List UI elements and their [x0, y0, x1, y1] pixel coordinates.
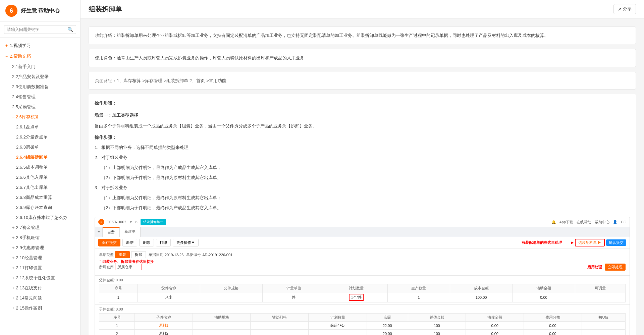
ss-top-col-6: 成本金额: [450, 284, 512, 292]
ss-no-group: 单据编号 AD-20191226-001: [186, 252, 232, 257]
ss-tabs-space: [141, 227, 630, 237]
ss-top-cell-0-3: 件: [263, 292, 325, 302]
ss-top-table: 序号 父件名称 父件规格 计量单位 计划数量 生产数量 成本金额 辅助金额 可调…: [99, 284, 626, 302]
sidebar-item-cost-recalc[interactable]: 2.6.8商品成本重算: [0, 192, 80, 203]
sidebar-item-mobile[interactable]: +2.8手机旺铺: [0, 233, 80, 243]
sidebar-item-purchase[interactable]: 2.5采购管理: [0, 102, 80, 112]
table-row: 2 原料2 20:00 100 0.00 0.00: [99, 330, 626, 335]
screenshot-topbar: 6 TEST-H002 ▼ ⟳ 组装拆卸单一 🔔 App下载 在线帮助 帮助中心…: [95, 217, 630, 227]
table-row: 1 米米 件 1个/件 1 100.00 0.00: [99, 292, 626, 302]
ss-btn-more[interactable]: 更多操作▼: [173, 239, 199, 246]
ss-top-cell-0-0: 1: [99, 292, 138, 302]
ss-top-cell-0-7: 0.00: [513, 292, 575, 302]
ss-warehouse-value[interactable]: 所属仓库: [115, 264, 142, 270]
share-label: 分享: [623, 6, 632, 12]
sidebar-item-video[interactable]: + 1.视频学习: [0, 40, 80, 51]
sidebar-item-docs[interactable]: − 2.帮助文档: [0, 51, 80, 62]
sidebar-label-docs: 2.帮助文档: [10, 53, 31, 59]
ss-top-col-4: 计划数量: [325, 284, 387, 292]
ss-bot-col-2: 辅助规格: [193, 314, 251, 322]
ss-sidebar-toggle: ≡: [95, 227, 103, 237]
ss-bottom-table-area: 子件金额: 0.00 序号 子件名称 辅助规格 辅助列格 计划数量 实际 辅佐金…: [95, 305, 630, 335]
sidebar-item-faq[interactable]: +2.14常见问题: [0, 293, 80, 303]
sidebar-item-count[interactable]: 2.6.1盘点单: [0, 122, 80, 132]
sidebar-item-other-out[interactable]: 2.6.7其他出库单: [0, 182, 80, 192]
ss-new-tab-btn[interactable]: 组装拆卸单一: [141, 219, 166, 225]
steps-section: 操作步骤： 场景一：加工类型选择 当由多个子件材料组装成一个成品的业务为【组装】…: [89, 94, 636, 335]
breadcrumb-text: 页面路径：1、库存核算->库存管理->组装拆卸单 2、首页->常用功能: [95, 78, 226, 83]
ss-btn-print[interactable]: 打印: [156, 239, 171, 246]
sidebar-item-account-error[interactable]: 2.6.10库存账本错了怎么办: [0, 213, 80, 223]
steps-sub-title: 操作步骤：: [95, 135, 116, 140]
sidebar-item-operation[interactable]: +2.10经营管理: [0, 253, 80, 263]
ss-username: CC: [621, 220, 626, 224]
step3-2: （2）下部明细为子件明细，最终作为产成品生成其它入库单。: [95, 204, 630, 212]
ss-btn-add[interactable]: 新增: [122, 239, 137, 246]
sidebar-item-assembly[interactable]: 2.6.4组装拆卸单: [0, 152, 80, 162]
ss-btn-submit[interactable]: 确认提交: [606, 239, 626, 246]
ss-bot-col-5: 实际: [367, 314, 408, 322]
ss-bottom-table-label: 子件金额: 0.00: [99, 307, 626, 312]
sidebar-item-install[interactable]: 2.2产品安装及登录: [0, 72, 80, 82]
sidebar-item-cases[interactable]: +2.15操作案例: [0, 303, 80, 313]
sidebar-item-partial[interactable]: 2.6.2分量盘点单: [0, 132, 80, 142]
ss-company: TEST-H002: [107, 220, 126, 224]
ss-ann-area1: 有装配清单的在这里处理 ——▶ 选装配料单 ▶ 确认提交: [522, 239, 626, 246]
app-logo-icon: 6: [5, 5, 17, 17]
sidebar-item-custom[interactable]: +2.12系统个性化设置: [0, 273, 80, 283]
ss-top-cell-0-8: [575, 292, 625, 302]
sidebar-item-newbie[interactable]: 2.1新手入门: [0, 62, 80, 72]
sidebar-item-finance[interactable]: +2.7资金管理: [0, 223, 80, 233]
sidebar-item-print[interactable]: +2.11打印设置: [0, 263, 80, 273]
sidebar-item-prepare[interactable]: 2.3使用前数据准备: [0, 82, 80, 92]
sidebar-item-other-in[interactable]: 2.6.6其他入库单: [0, 172, 80, 182]
ss-top-cell-0-2: [200, 292, 262, 302]
sidebar-item-inventory[interactable]: − 2.6库存核算: [0, 112, 80, 122]
screenshot-container: 6 TEST-H002 ▼ ⟳ 组装拆卸单一 🔔 App下载 在线帮助 帮助中心…: [95, 217, 630, 335]
ss-type-assembly-btn[interactable]: 组装: [115, 251, 130, 258]
step2-1: （1）上部明细为父件明细，最终作为产成品生成其它入库单；: [95, 163, 630, 172]
search-icon[interactable]: 🔍: [67, 27, 73, 32]
breadcrumb-box: 页面路径：1、库存核算->库存管理->组装拆卸单 2、首页->常用功能: [89, 72, 636, 90]
sidebar-item-adjust[interactable]: 2.6.3调拨单: [0, 142, 80, 152]
step2: 2、对于组装业务: [95, 153, 630, 162]
ss-topbar-left: 6 TEST-H002 ▼ ⟳ 组装拆卸单一: [98, 219, 166, 225]
scene-desc: 当由多个子件材料组装成一个成品的业务为【组装】业务，当由一个父件拆分成多个子产品…: [95, 122, 630, 130]
ss-highlighted-cell: 1个/件: [349, 294, 363, 301]
sidebar: 6 好生意 帮助中心 🔍 + 1.视频学习 − 2.帮助文档 2.1新手入门 2…: [0, 0, 80, 335]
ss-tab-new[interactable]: 新建单: [120, 227, 141, 237]
step3: 3、对于拆装业务: [95, 183, 630, 192]
ss-enable-btn[interactable]: 立即处理: [605, 264, 626, 271]
ss-annotation-3: ↑ 组装业务、拆卸业务在这里切换: [99, 259, 154, 264]
ss-bot-col-8: 费用分摊: [524, 314, 582, 322]
sidebar-item-payment[interactable]: +2.13在线支付: [0, 283, 80, 293]
sidebar-item-stock-query[interactable]: 2.6.9库存账本查询: [0, 203, 80, 213]
ss-tabs: ≡ 自费 新建单: [95, 227, 630, 237]
main-content: 功能介绍：组装拆卸单用来处理企业组装或拆卸等加工业务，支持有固定装配清单的产品加…: [80, 18, 644, 335]
expand-icon-video: +: [5, 43, 8, 48]
sidebar-item-sales[interactable]: 2.4销售管理: [0, 92, 80, 102]
ss-help2-icon: 帮助中心: [595, 220, 609, 225]
expand-icon-inventory: −: [12, 115, 14, 119]
search-input[interactable]: [7, 27, 67, 32]
ss-bottom-table-header-row: 序号 子件名称 辅助规格 辅助列格 计划数量 实际 辅佐金额 辅佐金额 费用分摊…: [99, 314, 626, 322]
ss-top-col-1: 父件名称: [138, 284, 200, 292]
ss-dropdown-icon: ▼: [129, 220, 132, 224]
ss-bot-col-1: 子件名称: [135, 314, 193, 322]
ss-date-label: 单据日期: [149, 252, 163, 257]
sidebar-item-coupon[interactable]: +2.9优惠券管理: [0, 243, 80, 253]
ss-btn-save[interactable]: 保存提交: [98, 239, 120, 246]
ss-type-disassembly-btn[interactable]: 拆卸: [131, 251, 146, 258]
steps-title: 操作步骤：: [95, 101, 116, 106]
logo-area: 6 好生意 帮助中心: [0, 0, 80, 22]
ss-no-label: 单据编号: [186, 252, 201, 257]
share-button[interactable]: ↗ 分享: [613, 4, 636, 14]
search-box[interactable]: 🔍: [4, 25, 76, 34]
ss-bot-col-4: 计划数量: [309, 314, 367, 322]
ss-tab-self[interactable]: 自费: [103, 227, 120, 237]
ss-help-icon: 在线帮助: [577, 220, 591, 225]
ss-top-col-5: 生产数量: [387, 284, 450, 292]
ss-btn-delete[interactable]: 删除: [139, 239, 154, 246]
sidebar-item-cost-adjust[interactable]: 2.6.5成本调整单: [0, 162, 80, 172]
ss-btn-select-config[interactable]: 选装配料单 ▶: [575, 239, 605, 246]
